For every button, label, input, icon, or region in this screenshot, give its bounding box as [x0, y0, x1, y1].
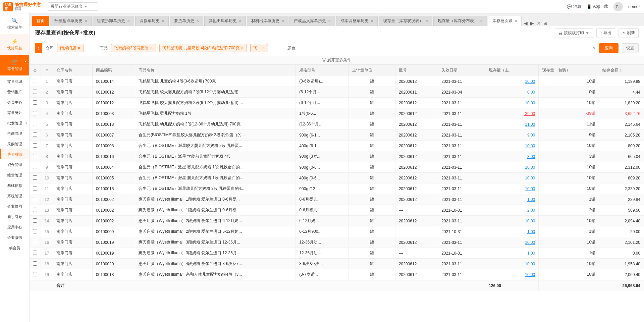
- warehouse-filter-tag[interactable]: 南岸门店 ✕: [57, 44, 84, 52]
- sidebar-item-newguide[interactable]: 新手引导: [0, 211, 29, 221]
- goods-tag2-close-icon[interactable]: ✕: [241, 46, 244, 50]
- row-qty-main[interactable]: 10.00: [485, 141, 539, 151]
- sidebar-item-appcenter[interactable]: 应用中心: [0, 221, 29, 232]
- row-qty-main[interactable]: 10.00: [485, 269, 539, 280]
- username[interactable]: demo2: [628, 4, 641, 9]
- row-qty-main[interactable]: 10.00: [485, 183, 539, 194]
- qty-main-link[interactable]: 10.00: [525, 101, 535, 105]
- tab-stock-dist[interactable]: 现存量（库存分布表） ✕: [433, 16, 487, 26]
- table-settings-icon[interactable]: ⚙: [33, 68, 37, 73]
- row-check-input[interactable]: [33, 165, 37, 169]
- qty-main-link[interactable]: 11.00: [525, 122, 535, 127]
- qty-main-link[interactable]: 2.00: [527, 208, 535, 213]
- sidebar-item-marketing[interactable]: 营销推广: [0, 86, 29, 97]
- row-qty-main[interactable]: 10.00: [485, 162, 539, 173]
- row-checkbox[interactable]: [30, 205, 41, 216]
- row-checkbox[interactable]: [30, 226, 41, 237]
- goods-filter-tag2[interactable]: 飞鹤星飞帆 儿童奶粉 4段(3-6岁适用) 700克 ✕: [159, 44, 247, 52]
- row-qty-main[interactable]: 10.00: [485, 259, 539, 269]
- sidebar-item-system[interactable]: 系统管理: [0, 190, 29, 201]
- app-download-btn[interactable]: 📱 App下载: [587, 4, 608, 9]
- row-qty-main[interactable]: -39.00: [485, 108, 539, 119]
- row-qty-main[interactable]: 2.00: [485, 205, 539, 216]
- sidebar-item-retail-stats[interactable]: 零售统计: [0, 107, 29, 117]
- warehouse-tag-close-icon[interactable]: ✕: [77, 46, 80, 50]
- amount-info-icon[interactable]: ℹ: [620, 68, 622, 72]
- row-qty-main[interactable]: 3.00: [485, 151, 539, 162]
- sidebar-item-retail-mgmt[interactable]: 🛒 零售管理 ▼: [0, 55, 29, 76]
- sidebar-item-quicknav[interactable]: ⚡ 快捷导航: [0, 34, 29, 55]
- sidebar-item-wholesale[interactable]: 批发管理: [0, 117, 29, 128]
- qty-main-link[interactable]: -39.00: [524, 111, 535, 116]
- row-check-input[interactable]: [33, 143, 37, 148]
- sidebar-item-operations[interactable]: 经营管理: [0, 169, 29, 180]
- industry-selector[interactable]: 母婴行业演示账套 ▼: [48, 2, 98, 11]
- tab-close-icon[interactable]: ✕: [196, 19, 199, 23]
- qty-main-link[interactable]: 10.00: [525, 176, 535, 180]
- sidebar-item-collaboration[interactable]: 企业协同: [0, 201, 29, 211]
- row-checkbox[interactable]: [30, 141, 41, 151]
- row-qty-main[interactable]: 1.00: [485, 194, 539, 205]
- qty-main-link[interactable]: 10.00: [525, 219, 535, 223]
- row-checkbox[interactable]: [30, 216, 41, 226]
- goods-tag1-close-icon[interactable]: ✕: [150, 46, 153, 50]
- sidebar-item-inventory[interactable]: 库存核算: [0, 149, 29, 159]
- tab-close-icon[interactable]: ✕: [328, 19, 331, 23]
- sidebar-item-basic-info[interactable]: 基础信息: [0, 180, 29, 190]
- row-checkbox[interactable]: [30, 259, 41, 269]
- tab-inventory-check[interactable]: 分量盘点单历史 ✕: [50, 16, 92, 26]
- row-checkbox[interactable]: [30, 119, 41, 130]
- row-checkbox[interactable]: [30, 98, 41, 108]
- row-check-input[interactable]: [33, 208, 37, 212]
- row-qty-main[interactable]: 10.00: [485, 98, 539, 108]
- row-check-input[interactable]: [33, 197, 37, 201]
- qty-main-link[interactable]: 1.00: [527, 197, 535, 202]
- tab-material-outbound[interactable]: 材料出库单历史 ✕: [247, 16, 288, 26]
- tab-finished-inbound[interactable]: 产成品入库单历史 ✕: [289, 16, 335, 26]
- row-check-input[interactable]: [33, 240, 37, 244]
- goods-tag3-close-icon[interactable]: ✕: [262, 46, 265, 50]
- refresh-btn[interactable]: ↻ 刷新: [619, 28, 639, 38]
- tab-close-icon[interactable]: ✕: [281, 19, 284, 23]
- row-check-input[interactable]: [33, 175, 37, 180]
- tab-assembly[interactable]: 组装拆卸单历史 ✕: [93, 16, 134, 26]
- sidebar-item-member[interactable]: 会员中心: [0, 97, 29, 107]
- tab-requisition[interactable]: 要货单历史 ✕: [170, 16, 203, 26]
- row-check-input[interactable]: [33, 132, 37, 137]
- query-btn[interactable]: 查询: [599, 43, 619, 53]
- row-check-input[interactable]: [33, 122, 37, 126]
- qty-main-link[interactable]: 3.00: [527, 154, 535, 159]
- tab-batch-inventory[interactable]: 库存批次账 ✕: [488, 16, 522, 26]
- row-qty-main[interactable]: 1.00: [485, 248, 539, 259]
- row-checkbox[interactable]: [30, 130, 41, 141]
- qty-main-link[interactable]: 0.00: [527, 90, 535, 95]
- row-checkbox[interactable]: [30, 151, 41, 162]
- qty-main-link[interactable]: 1.00: [527, 229, 535, 234]
- filter-collapse-arrow-icon[interactable]: ∨: [593, 46, 596, 50]
- tab-close-icon[interactable]: ✕: [425, 19, 428, 23]
- row-checkbox[interactable]: [30, 248, 41, 259]
- qty-main-link[interactable]: 10.00: [525, 186, 535, 191]
- row-check-input[interactable]: [33, 100, 37, 105]
- goods-filter-tag3[interactable]: 飞... ✕: [250, 44, 268, 52]
- tab-close-icon[interactable]: ✕: [239, 19, 241, 23]
- row-check-input[interactable]: [33, 111, 37, 115]
- row-qty-main[interactable]: 0.00: [485, 87, 539, 98]
- row-qty-main[interactable]: 11.00: [485, 119, 539, 130]
- row-checkbox[interactable]: [30, 269, 41, 280]
- row-qty-main[interactable]: 10.00: [485, 76, 539, 87]
- row-checkbox[interactable]: [30, 237, 41, 248]
- row-checkbox[interactable]: [30, 76, 41, 87]
- tab-home[interactable]: 首页: [32, 16, 49, 26]
- tab-close-icon[interactable]: ✕: [371, 19, 373, 23]
- qty-main-link[interactable]: 9.00: [527, 133, 535, 138]
- tab-close-icon[interactable]: ✕: [85, 19, 87, 23]
- qty-main-link[interactable]: 1.00: [527, 251, 535, 256]
- tab-close-icon[interactable]: ✕: [480, 19, 483, 23]
- row-checkbox[interactable]: [30, 194, 41, 205]
- tab-other-outbound[interactable]: 其他出库单历史 ✕: [204, 16, 246, 26]
- goods-filter-tag1[interactable]: 飞鹤奶粉3段两提装 ✕: [111, 44, 156, 52]
- row-checkbox[interactable]: [30, 173, 41, 183]
- row-qty-main[interactable]: 10.00: [485, 216, 539, 226]
- row-check-input[interactable]: [33, 79, 37, 83]
